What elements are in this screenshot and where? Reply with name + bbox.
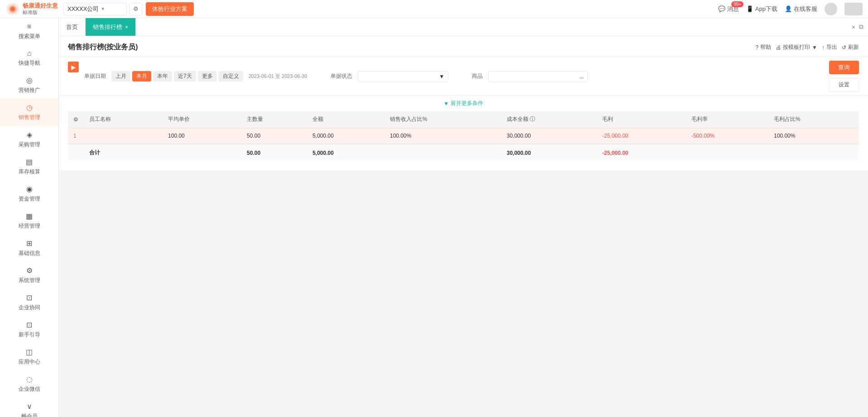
sidebar-item-guide[interactable]: ⊡ 新手引导 — [0, 316, 58, 343]
print-label: 按模板打印 — [783, 43, 810, 51]
tab-home[interactable]: 首页 — [59, 18, 86, 36]
tab-sales-ranking[interactable]: 销售排行榜 × — [86, 18, 135, 36]
sidebar-item-search[interactable]: ≡ 搜索菜单 — [0, 18, 58, 45]
footer-gross-rate — [686, 144, 768, 161]
content-area: 首页 销售排行榜 × × ⧉ 销售排行榜(按业务员) — [59, 18, 868, 417]
table-header-main-qty: 主数量 — [241, 111, 307, 128]
trial-button[interactable]: 体验行业方案 — [146, 2, 194, 16]
avatar[interactable] — [825, 3, 837, 15]
table-header-row: ⚙ 员工名称 平均单价 主数量 全额 销售收入占比% 成本全额 ⓘ 毛利 毛利率 — [68, 111, 859, 128]
tab-home-label: 首页 — [66, 23, 78, 31]
sidebar-item-label: 企业微信 — [19, 385, 40, 393]
cell-sales-ratio: 100.00% — [384, 128, 501, 144]
sidebar-item-business[interactable]: ▦ 经营管理 — [0, 207, 58, 235]
sidebar-item-collab[interactable]: ⊡ 企业协同 — [0, 289, 58, 316]
refresh-label: 刷新 — [848, 43, 859, 51]
sidebar-item-label: 畅会员 — [21, 412, 38, 417]
content-inner: 销售排行榜(按业务员) ? 帮助 🖨 按模板打印 ▼ — [59, 36, 868, 417]
date-btn-7days[interactable]: 近7天 — [174, 71, 196, 81]
tab-bar-actions: × ⧉ — [847, 18, 868, 36]
sidebar-item-member[interactable]: ∨ 畅会员 — [0, 398, 58, 417]
expand-conditions-btn[interactable]: ▼ 展开更多条件 — [59, 96, 868, 111]
data-table: ⚙ 员工名称 平均单价 主数量 全额 销售收入占比% 成本全额 ⓘ 毛利 毛利率 — [68, 111, 859, 161]
sidebar-item-marketing[interactable]: ◎ 营销推广 — [0, 72, 58, 99]
window-restore-icon[interactable]: ⧉ — [859, 23, 863, 31]
svg-point-2 — [10, 7, 15, 11]
date-btn-last-month[interactable]: 上月 — [111, 71, 130, 81]
top-bar-right: 💬 消息 99+ 📱 App下载 👤 在线客服 — [718, 3, 863, 15]
date-btn-this-year[interactable]: 本年 — [153, 71, 172, 81]
sidebar-item-finance[interactable]: ◉ 资金管理 — [0, 180, 58, 207]
sidebar-item-label: 基础信息 — [19, 249, 40, 257]
system-icon: ⚙ — [26, 266, 33, 275]
date-options: 上月 本月 本年 近7天 更多 自定义 — [111, 71, 243, 81]
footer-avg-price — [163, 144, 241, 161]
print-icon: 🖨 — [776, 44, 781, 51]
sidebar-item-label: 搜索菜单 — [19, 33, 40, 40]
print-button[interactable]: 🖨 按模板打印 ▼ — [776, 43, 817, 51]
sidebar-item-purchase[interactable]: ◈ 采购管理 — [0, 126, 58, 153]
sidebar-item-label: 库存核算 — [19, 168, 40, 176]
sidebar-item-appstore[interactable]: ◫ 应用中心 — [0, 343, 58, 370]
sidebar-item-system[interactable]: ⚙ 系统管理 — [0, 262, 58, 289]
status-select[interactable]: ▼ — [358, 71, 448, 82]
service-icon: 👤 — [785, 5, 792, 12]
status-label: 单据状态 — [331, 72, 352, 80]
table-header-settings[interactable]: ⚙ — [68, 111, 84, 128]
footer-cost: 30,000.00 — [501, 144, 597, 161]
footer-label: 合计 — [84, 144, 163, 161]
business-icon: ▦ — [26, 212, 33, 220]
footer-gross: -25,000.00 — [597, 144, 686, 161]
sidebar-item-basic[interactable]: ⊞ 基础信息 — [0, 235, 58, 262]
date-btn-more[interactable]: 更多 — [198, 71, 217, 81]
settings-icon[interactable]: ⚙ — [129, 3, 142, 15]
export-button[interactable]: ↑ 导出 — [822, 43, 837, 51]
sidebar-item-label: 企业协同 — [19, 304, 40, 312]
table-header-gross-ratio: 毛利占比% — [768, 111, 859, 128]
tab-active-label: 销售排行榜 — [93, 23, 122, 31]
page-actions: ? 帮助 🖨 按模板打印 ▼ ↑ 导出 — [755, 43, 859, 51]
app-download-btn[interactable]: 📱 App下载 — [746, 5, 777, 13]
query-button[interactable]: 查询 — [829, 61, 859, 74]
member-icon: ∨ — [27, 402, 32, 411]
sidebar-item-sales[interactable]: ◷ 销售管理 — [0, 99, 58, 126]
expand-label: 展开更多条件 — [451, 100, 483, 107]
date-btn-custom[interactable]: 自定义 — [219, 71, 243, 81]
sidebar: ≡ 搜索菜单 ⌂ 快捷导航 ◎ 营销推广 ◷ 销售管理 ◈ 采购管理 ▤ 库存核… — [0, 18, 59, 417]
print-dropdown-icon: ▼ — [812, 44, 817, 51]
sidebar-item-label: 新手引导 — [19, 331, 40, 339]
expand-icon: ▼ — [444, 101, 449, 107]
filter-expand-arrow[interactable]: ▶ — [68, 62, 79, 72]
message-btn[interactable]: 💬 消息 99+ — [718, 5, 739, 13]
footer-gross-ratio — [768, 144, 859, 161]
cell-main-qty: 50.00 — [241, 128, 307, 144]
table-header-cost: 成本全额 ⓘ — [501, 111, 597, 128]
tab-close-icon[interactable]: × — [125, 24, 128, 30]
refresh-button[interactable]: ↺ 刷新 — [842, 43, 859, 51]
goods-ellipsis[interactable]: ... — [579, 73, 584, 80]
table-header-name: 员工名称 — [84, 111, 163, 128]
footer-settings-col — [68, 144, 84, 161]
cell-gross-rate: -500.00% — [686, 128, 768, 144]
sidebar-item-label: 资金管理 — [19, 195, 40, 203]
settings-button[interactable]: 设置 — [829, 78, 859, 92]
logo-line1: 畅康通好生意 — [23, 2, 58, 10]
sidebar-item-label: 经营管理 — [19, 222, 40, 230]
company-name: XXXXX公司 — [67, 5, 99, 13]
logo-icon — [5, 2, 20, 16]
goods-input[interactable]: ... — [488, 71, 588, 82]
help-icon: ? — [755, 44, 758, 51]
cell-cost: 30,000.00 — [501, 128, 597, 144]
date-btn-this-month[interactable]: 本月 — [132, 71, 151, 81]
sidebar-item-wechat[interactable]: ◌ 企业微信 — [0, 370, 58, 398]
company-selector[interactable]: XXXXX公司 ▼ — [63, 3, 127, 15]
sidebar-item-nav[interactable]: ⌂ 快捷导航 — [0, 45, 58, 72]
marketing-icon: ◎ — [26, 76, 33, 85]
help-button[interactable]: ? 帮助 — [755, 43, 771, 51]
online-service-btn[interactable]: 👤 在线客服 — [785, 5, 817, 13]
window-close-icon[interactable]: × — [852, 24, 855, 31]
table-wrapper: ⚙ 员工名称 平均单价 主数量 全额 销售收入占比% 成本全额 ⓘ 毛利 毛利率 — [59, 111, 868, 170]
sidebar-item-inventory[interactable]: ▤ 库存核算 — [0, 153, 58, 180]
app-download-label: App下载 — [755, 5, 777, 13]
refresh-icon: ↺ — [842, 44, 846, 51]
